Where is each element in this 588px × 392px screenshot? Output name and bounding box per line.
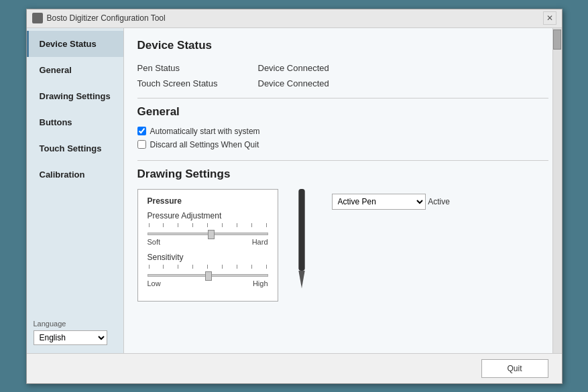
- pressure-adj-slider-container: [148, 223, 268, 235]
- quit-button[interactable]: Quit: [481, 359, 548, 378]
- pen-svg: [292, 189, 312, 289]
- sensitivity-ticks: [148, 265, 268, 269]
- touch-status-label: Touch Screen Status: [137, 78, 258, 88]
- pressure-adj-track[interactable]: [148, 233, 268, 235]
- pressure-box: Pressure Pressure Adjustment: [137, 189, 278, 302]
- status-table: Pen Status Device Connected Touch Screen…: [137, 60, 548, 91]
- sidebar-item-touch-settings[interactable]: Touch Settings: [27, 135, 123, 161]
- general-title: General: [137, 105, 548, 119]
- auto-start-label: Automatically start with system: [150, 127, 260, 136]
- close-button[interactable]: ✕: [543, 11, 556, 25]
- sidebar-footer: Language English Chinese Japanese: [27, 312, 123, 353]
- sidebar-item-drawing-settings[interactable]: Drawing Settings: [27, 83, 123, 109]
- discard-settings-label: Discard all Settings When Quit: [150, 140, 259, 149]
- discard-settings-checkbox[interactable]: [137, 140, 146, 149]
- pen-type-select[interactable]: Active Pen Passive Pen: [332, 194, 426, 210]
- auto-start-checkbox[interactable]: [137, 127, 146, 135]
- sensitivity-track[interactable]: [148, 274, 268, 277]
- language-select[interactable]: English Chinese Japanese: [34, 330, 107, 345]
- sidebar-item-device-status[interactable]: Device Status: [27, 31, 123, 57]
- window-title: Bosto Digitizer Configuration Tool: [47, 13, 166, 23]
- active-pen-dropdown-area: Active Pen Passive Pen Active: [332, 192, 450, 210]
- scrollbar-track[interactable]: [552, 28, 562, 353]
- sensitivity-max: High: [253, 279, 268, 287]
- pressure-title: Pressure: [148, 196, 268, 206]
- pressure-adj-ticks: [148, 223, 268, 227]
- bottom-bar: Quit: [27, 353, 562, 383]
- pen-status-label: Pen Status: [137, 63, 258, 73]
- sidebar-item-calibration[interactable]: Calibration: [27, 161, 123, 188]
- app-icon: [32, 13, 43, 23]
- sensitivity-min: Low: [148, 279, 161, 287]
- pen-status-value: Device Connected: [258, 63, 329, 73]
- divider-2: [137, 160, 548, 161]
- drawing-row: Pressure Pressure Adjustment: [137, 189, 548, 302]
- pen-status-row: Pen Status Device Connected: [137, 60, 548, 76]
- scrollbar-thumb[interactable]: [553, 29, 561, 50]
- svg-marker-1: [298, 270, 304, 287]
- auto-start-row: Automatically start with system: [137, 127, 548, 136]
- main-content: Device Status Pen Status Device Connecte…: [124, 28, 562, 353]
- sidebar-item-general[interactable]: General: [27, 57, 123, 83]
- pressure-adj-min: Soft: [148, 238, 161, 246]
- sensitivity-thumb[interactable]: [205, 271, 212, 281]
- drawing-settings-section: Drawing Settings Pressure Pressure Adjus…: [137, 168, 548, 302]
- divider-1: [137, 98, 548, 99]
- device-status-title: Device Status: [137, 39, 548, 52]
- sidebar: Device Status General Drawing Settings B…: [27, 28, 124, 353]
- main-window: Bosto Digitizer Configuration Tool ✕ Dev…: [26, 9, 563, 384]
- drawing-settings-title: Drawing Settings: [137, 168, 548, 181]
- general-section: General Automatically start with system …: [137, 105, 548, 149]
- active-badge: Active: [428, 197, 450, 206]
- sidebar-item-buttons[interactable]: Buttons: [27, 109, 123, 135]
- title-bar: Bosto Digitizer Configuration Tool ✕: [27, 9, 562, 28]
- touch-status-value: Device Connected: [258, 78, 329, 88]
- sensitivity-label: Sensitivity: [148, 253, 268, 262]
- sensitivity-slider-container: [148, 265, 268, 277]
- pressure-adj-thumb[interactable]: [208, 230, 215, 239]
- pressure-adj-label: Pressure Adjustment: [148, 211, 268, 220]
- pressure-adj-max: Hard: [252, 238, 268, 246]
- discard-settings-row: Discard all Settings When Quit: [137, 140, 548, 149]
- language-label: Language: [34, 320, 117, 328]
- window-body: Device Status General Drawing Settings B…: [27, 28, 562, 353]
- svg-rect-0: [298, 189, 304, 271]
- touch-status-row: Touch Screen Status Device Connected: [137, 76, 548, 91]
- title-bar-left: Bosto Digitizer Configuration Tool: [32, 13, 166, 23]
- pen-image: [292, 189, 312, 291]
